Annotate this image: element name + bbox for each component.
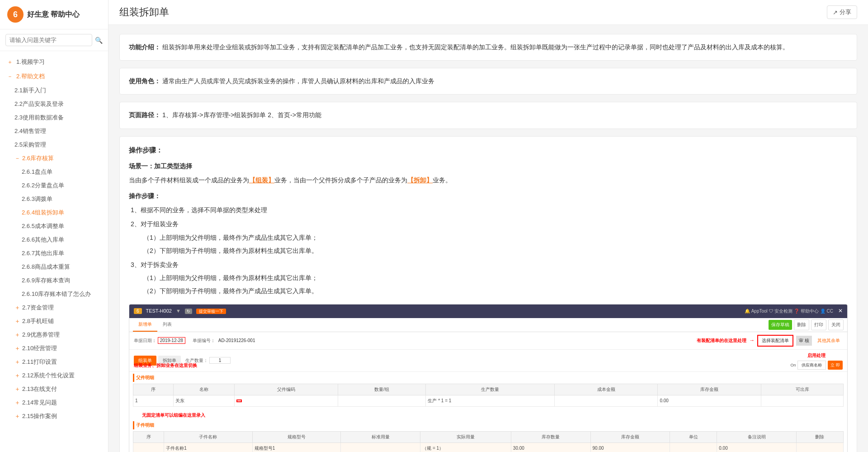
- mock-bom-selector[interactable]: 选择装配清单: [757, 335, 793, 347]
- path-text: 1、库存核算->库存管理->组装拆卸单 2、首页->常用功能: [162, 111, 321, 119]
- mock-action2: 审 核: [796, 336, 812, 346]
- share-button[interactable]: ↗ 分享: [827, 5, 857, 19]
- sidebar-item-stocktake[interactable]: 2.6.1盘点单: [0, 165, 108, 179]
- role-text: 通常由生产人员或库管人员完成拆装业务的操作，库管人员确认原材料的出库和产成品的入…: [162, 77, 434, 85]
- nav-list: ＋ 1.视频学习 － 2.帮助文档 2.1新手入门 2.2产品安装及登录 2.3…: [0, 51, 108, 427]
- sidebar-item-install[interactable]: 2.2产品安装及登录: [0, 97, 108, 111]
- qty-value[interactable]: 1: [209, 357, 231, 364]
- path-card: 页面路径： 1、库存核算->库存管理->组装拆卸单 2、首页->常用功能: [119, 102, 857, 128]
- mock-btn-print[interactable]: 打印: [811, 319, 826, 330]
- search-icon[interactable]: 🔍: [95, 37, 103, 44]
- cell-cost: [554, 395, 658, 407]
- sidebar-item-ops[interactable]: ＋2.10经营管理: [0, 342, 108, 355]
- logo-icon: 6: [7, 6, 24, 23]
- mock-btn-save[interactable]: 保存草稿: [769, 320, 792, 330]
- mock-divider: ▼: [176, 308, 181, 314]
- sidebar-item-other-out[interactable]: 2.6.7其他出库单: [0, 247, 108, 260]
- search-input[interactable]: [5, 34, 92, 46]
- top-bar: 组装拆卸单 ↗ 分享: [108, 0, 868, 25]
- mock-tab-new[interactable]: 新增单: [133, 318, 157, 332]
- sidebar-item-custom[interactable]: ＋2.12系统个性化设置: [0, 369, 108, 382]
- sidebar-item-stock-query[interactable]: 2.6.9库存账本查询: [0, 274, 108, 287]
- cell-available: [761, 395, 844, 407]
- sidebar-item-cost-adjust[interactable]: 2.6.5成本调整单: [0, 219, 108, 233]
- cell-seq: 1: [133, 395, 174, 407]
- assembly-step-2: （2）下部明细为子件明细，最终作为原材料生成其它出库单。: [142, 245, 848, 257]
- mock-tab-list[interactable]: 列表: [157, 318, 177, 332]
- on-label: On: [790, 362, 796, 369]
- disassembly-steps: （1）上部明细为父件明细，最终作为原材料生成其它出库单； （2）下部明细为子件明…: [131, 272, 848, 297]
- sidebar-item-online-pay[interactable]: ＋2.13在线支付: [0, 382, 108, 396]
- sidebar-item-newbie[interactable]: 2.1新手入门: [0, 84, 108, 97]
- upper-th-stock-val: 库存金额: [658, 384, 761, 395]
- sidebar-item-split-stock[interactable]: 2.6.2分量盘点单: [0, 179, 108, 192]
- cell-qty-per: [338, 395, 426, 407]
- mock-titlebar-left: 6 TEST-H002 ▼ ↻ 提交审核一下: [134, 307, 226, 316]
- sidebar-item-sales[interactable]: 2.4销售管理: [0, 124, 108, 138]
- mock-titlebar: 6 TEST-H002 ▼ ↻ 提交审核一下 🔔 AppTool 🛡 安全检测 …: [129, 305, 847, 318]
- upper-th-qty-per: 数量/组: [338, 384, 426, 395]
- screenshot-container: 6 TEST-H002 ▼ ↻ 提交审核一下 🔔 AppTool 🛡 安全检测 …: [129, 304, 848, 452]
- role-card: 使用角色： 通常由生产人员或库管人员完成拆装业务的操作，库管人员确认原材料的出库…: [119, 68, 857, 95]
- sidebar-item-stock-error[interactable]: 2.6.10库存账本错了怎么办: [0, 287, 108, 301]
- annotation4-text: 无固定清单可以组编在这里录入: [142, 411, 844, 419]
- app-name: 好生意 帮助中心: [27, 10, 80, 19]
- sidebar-item-finance[interactable]: ＋2.7资金管理: [0, 301, 108, 314]
- sidebar-item-videos[interactable]: ＋ 1.视频学习: [0, 55, 108, 69]
- mock-btn-close[interactable]: 关闭: [828, 319, 844, 330]
- sidebar-item-purchase[interactable]: 2.5采购管理: [0, 138, 108, 152]
- mock-type-row: 组装单 拆卸单 生产数量： 1 组装业务、拆卸业务在这里切换 启用处理: [129, 350, 847, 372]
- ops-title: 操作步骤：: [129, 144, 848, 156]
- sidebar-item-coupon[interactable]: ＋2.9优惠券管理: [0, 328, 108, 342]
- cell-prod-qty: 生产 * 1 = 1: [426, 395, 554, 407]
- mock-upper-table: 序 名称 父件编码 数量/组 生产数量 成本金额 库存金额 可出库: [133, 384, 844, 407]
- sidebar-item-docs[interactable]: － 2.帮助文档: [0, 69, 108, 84]
- mock-titlebar-right: 🔔 AppTool 🛡 安全检测 ❓ 帮助中心 👤 CC ✕: [745, 306, 843, 316]
- lower-th-name: 子件名称: [164, 432, 253, 443]
- lower-th-stock-qty: 库存数量: [511, 432, 590, 443]
- intro-card: 功能介绍： 组装拆卸单用来处理企业组装或拆卸等加工业务，支持有固定装配清单的产品…: [119, 34, 857, 61]
- sidebar-item-print[interactable]: ＋2.11打印设置: [0, 355, 108, 369]
- mock-logo: 6: [134, 308, 142, 314]
- share-label: 分享: [840, 8, 851, 16]
- sidebar-item-assembly[interactable]: 2.6.4组装拆卸单: [0, 206, 108, 219]
- lower-th-remark: 备注说明: [717, 432, 797, 443]
- sidebar-item-dispatch[interactable]: 2.6.3调拨单: [0, 192, 108, 206]
- step-1: 1、根据不同的业务，选择不同单据的类型来处理: [129, 205, 848, 216]
- assembly-steps: （1）上部明细为父件明细，最终作为产成品生成其它入库单； （2）下部明细为子件明…: [131, 232, 848, 257]
- inventory-open-icon: －: [14, 155, 20, 162]
- mock-action-btns: 保存草稿 删除 打印 关闭: [769, 318, 844, 332]
- annotation4-area: 无固定清单可以组编在这里录入: [129, 410, 847, 419]
- sidebar-item-other-in[interactable]: 2.6.6其他入库单: [0, 233, 108, 247]
- mock-btn-delete[interactable]: 删除: [794, 319, 809, 330]
- code-highlight: [236, 400, 242, 402]
- step-3: 3、对于拆卖业务 （1）上部明细为父件明细，最终作为原材料生成其它出库单； （2…: [129, 259, 848, 297]
- assembly-step-1: （1）上部明细为父件明细，最终作为产成品生成其它入库单；: [142, 232, 848, 243]
- annotation1-arrow: →: [749, 336, 755, 346]
- upper-th-prod-qty: 生产数量: [426, 384, 554, 395]
- lower-th-unit: 单位: [670, 432, 717, 443]
- nav-label: 1.视频学习: [16, 58, 45, 66]
- mock-input-field[interactable]: 供应商名称: [797, 361, 826, 370]
- cell-code: [234, 395, 338, 407]
- mock-upper-table-area: 父件明细 序 名称 父件编码 数量/组 生产数量 成本金额: [129, 372, 847, 410]
- mock-submit-btn[interactable]: 提交审核一下: [196, 309, 226, 314]
- date-value: 2019-12-28: [158, 337, 185, 344]
- collapse-icon: －: [7, 73, 14, 81]
- sidebar-item-faq[interactable]: ＋2.14常见问题: [0, 396, 108, 409]
- mock-close-icon[interactable]: ✕: [838, 308, 843, 314]
- sidebar-item-cost-calc[interactable]: 2.6.8商品成本重算: [0, 260, 108, 274]
- logo-area: 6 好生意 帮助中心: [0, 0, 108, 29]
- intro-label: 功能介绍：: [129, 43, 160, 51]
- cell-name: 关东: [173, 395, 234, 407]
- content-area: 功能介绍： 组装拆卸单用来处理企业组装或拆卸等加工业务，支持有固定装配清单的产品…: [108, 25, 868, 452]
- mock-form-no: 单据编号： AD-20191226-001: [193, 337, 257, 345]
- scenario-title: 场景一：加工类型选择: [129, 161, 848, 172]
- sidebar-item-mobile[interactable]: ＋2.8手机旺铺: [0, 314, 108, 328]
- ops-card: 操作步骤： 场景一：加工类型选择 当由多个子件材料组装成一个成品的业务为【组装】…: [119, 136, 857, 452]
- mock-confirm-btn[interactable]: 立 即: [828, 361, 843, 370]
- sidebar-item-inventory[interactable]: －2.6库存核算: [0, 152, 108, 165]
- sidebar-item-cases[interactable]: ＋2.15操作案例: [0, 409, 108, 423]
- main-content: 组装拆卸单 ↗ 分享 功能介绍： 组装拆卸单用来处理企业组装或拆卸等加工业务，支…: [108, 0, 868, 452]
- sidebar-item-data-prep[interactable]: 2.3使用前数据准备: [0, 111, 108, 124]
